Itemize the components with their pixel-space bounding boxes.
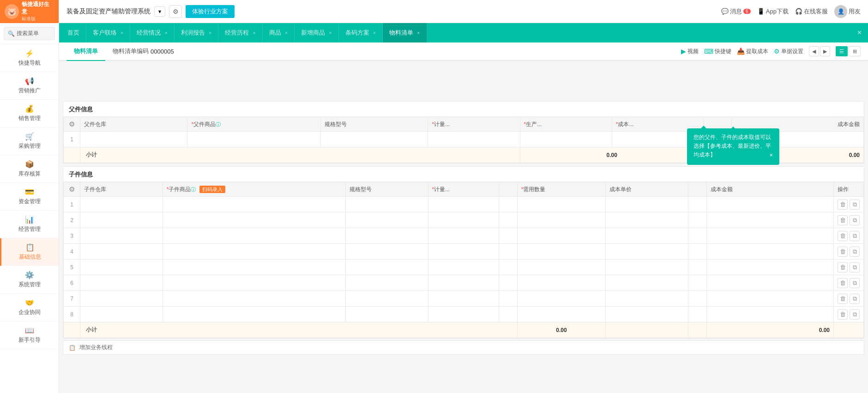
child-qty-3[interactable]	[517, 228, 606, 244]
child-unitcost-7[interactable]	[606, 291, 688, 307]
tab-close-new-product[interactable]: ×	[329, 30, 332, 36]
scan-badge[interactable]: 扫码录入	[199, 186, 225, 193]
sidebar-item-kucunhesuan[interactable]: 📦 库存核算	[0, 155, 59, 183]
tab-close-bom[interactable]: ×	[417, 30, 420, 36]
hotkey-button[interactable]: ⌨ 快捷键	[704, 48, 731, 55]
child-product-7[interactable]	[163, 291, 345, 307]
child-warehouse-5[interactable]	[80, 260, 163, 275]
parent-unit-1[interactable]	[428, 132, 520, 147]
prev-arrow[interactable]: ◀	[809, 46, 819, 56]
search-button[interactable]: 🔍 搜索菜单	[4, 27, 55, 40]
user-avatar[interactable]: 👤 用友	[834, 5, 861, 18]
tab-close-product[interactable]: ×	[285, 30, 288, 36]
child-unit-6[interactable]	[428, 275, 499, 291]
child-product-1[interactable]	[163, 197, 345, 212]
child-warehouse-2[interactable]	[80, 212, 163, 228]
cost-button[interactable]: 📥 提取成本	[737, 48, 768, 55]
sub-tab-bom-list[interactable]: 物料清单	[66, 42, 105, 61]
child-unit-8[interactable]	[428, 307, 499, 322]
tab-close-barcode[interactable]: ×	[373, 30, 376, 36]
child-product-6[interactable]	[163, 275, 345, 291]
delete-button-5[interactable]: 🗑	[838, 262, 848, 272]
sub-tab-bom-code[interactable]: 物料清单编码 0000005	[105, 42, 181, 61]
parent-warehouse-1[interactable]	[80, 132, 187, 147]
child-product-2[interactable]	[163, 212, 345, 228]
delete-button-1[interactable]: 🗑	[838, 200, 848, 210]
tab-product[interactable]: 商品 ×	[263, 23, 295, 42]
copy-button-5[interactable]: ⧉	[850, 262, 860, 272]
child-product-5[interactable]	[163, 260, 345, 275]
copy-button-4[interactable]: ⧉	[850, 247, 860, 257]
parent-produce-1[interactable]	[520, 132, 612, 147]
child-spec-5[interactable]	[345, 260, 428, 275]
child-warehouse-7[interactable]	[80, 291, 163, 307]
list-view-button[interactable]: ☰	[836, 46, 848, 56]
tab-new-product[interactable]: 新增商品 ×	[295, 23, 338, 42]
tab-bom[interactable]: 物料清单 ×	[383, 23, 427, 42]
child-unitcost-6[interactable]	[606, 275, 688, 291]
child-qty-4[interactable]	[517, 244, 606, 260]
parent-product-1[interactable]	[187, 132, 321, 147]
child-spec-3[interactable]	[345, 228, 428, 244]
settings-button[interactable]: ⚙	[169, 5, 182, 18]
copy-button-2[interactable]: ⧉	[850, 215, 860, 225]
tab-close-customer[interactable]: ×	[121, 30, 123, 36]
sidebar-search[interactable]: 🔍 搜索菜单	[0, 23, 59, 44]
child-product-4[interactable]	[163, 244, 345, 260]
child-warehouse-6[interactable]	[80, 275, 163, 291]
child-unit-5[interactable]	[428, 260, 499, 275]
sidebar-item-caigouguanli[interactable]: 🛒 采购管理	[0, 127, 59, 155]
child-spec-7[interactable]	[345, 291, 428, 307]
app-download-button[interactable]: 📱 App下载	[757, 7, 789, 16]
child-warehouse-3[interactable]	[80, 228, 163, 244]
tab-customer[interactable]: 客户联络 ×	[86, 23, 130, 42]
child-unit-2[interactable]	[428, 212, 499, 228]
child-spec-4[interactable]	[345, 244, 428, 260]
online-service-button[interactable]: 🎧 在线客服	[795, 7, 828, 16]
child-unit-7[interactable]	[428, 291, 499, 307]
sidebar-item-xiaoshouguanli[interactable]: 💰 销售管理	[0, 100, 59, 127]
child-unitcost-8[interactable]	[606, 307, 688, 322]
child-unit-1[interactable]	[428, 197, 499, 212]
sidebar-item-jichuxinxi[interactable]: 📋 基础信息	[0, 238, 59, 266]
child-unitcost-4[interactable]	[606, 244, 688, 260]
view-button[interactable]: ▶ 视频	[681, 48, 699, 55]
tab-history[interactable]: 经营历程 ×	[218, 23, 262, 42]
child-qty-1[interactable]	[517, 197, 606, 212]
delete-button-4[interactable]: 🗑	[838, 247, 848, 257]
sidebar-item-xinshouyindao[interactable]: 📖 新手引导	[0, 321, 59, 349]
child-warehouse-1[interactable]	[80, 197, 163, 212]
tabs-overflow[interactable]: ×	[853, 29, 866, 37]
child-spec-6[interactable]	[345, 275, 428, 291]
sidebar-item-xitongguanli[interactable]: ⚙️ 系统管理	[0, 266, 59, 294]
settings-button-toolbar[interactable]: ⚙ 单据设置	[774, 48, 803, 55]
delete-button-2[interactable]: 🗑	[838, 215, 848, 225]
grid-view-button[interactable]: ⊞	[849, 46, 861, 56]
child-qty-6[interactable]	[517, 275, 606, 291]
tab-close-business[interactable]: ×	[164, 30, 167, 36]
child-settings-icon[interactable]: ⚙	[67, 185, 76, 193]
child-unitcost-2[interactable]	[606, 212, 688, 228]
child-unit-4[interactable]	[428, 244, 499, 260]
parent-spec-1[interactable]	[320, 132, 428, 147]
tab-profit[interactable]: 利润报告 ×	[175, 23, 218, 42]
trial-button[interactable]: 体验行业方案	[186, 5, 235, 18]
delete-button-6[interactable]: 🗑	[838, 278, 848, 288]
child-qty-7[interactable]	[517, 291, 606, 307]
sidebar-item-zijinguanli[interactable]: 💳 资金管理	[0, 183, 59, 211]
delete-button-3[interactable]: 🗑	[838, 231, 848, 241]
tab-close-profit[interactable]: ×	[209, 30, 211, 36]
child-unitcost-1[interactable]	[606, 197, 688, 212]
sidebar-item-yingxiaotugao[interactable]: 📢 营销推广	[0, 72, 59, 100]
child-spec-8[interactable]	[345, 307, 428, 322]
system-dropdown[interactable]: ▾	[154, 6, 165, 17]
tab-business[interactable]: 经营情况 ×	[130, 23, 174, 42]
child-qty-8[interactable]	[517, 307, 606, 322]
delete-button-8[interactable]: 🗑	[838, 309, 848, 320]
copy-button-7[interactable]: ⧉	[850, 294, 860, 304]
copy-button-3[interactable]: ⧉	[850, 231, 860, 241]
next-arrow[interactable]: ▶	[820, 46, 830, 56]
copy-button-6[interactable]: ⧉	[850, 278, 860, 288]
tab-barcode[interactable]: 条码方案 ×	[339, 23, 383, 42]
sidebar-item-jinggyingguanli[interactable]: 📊 经营管理	[0, 211, 59, 238]
